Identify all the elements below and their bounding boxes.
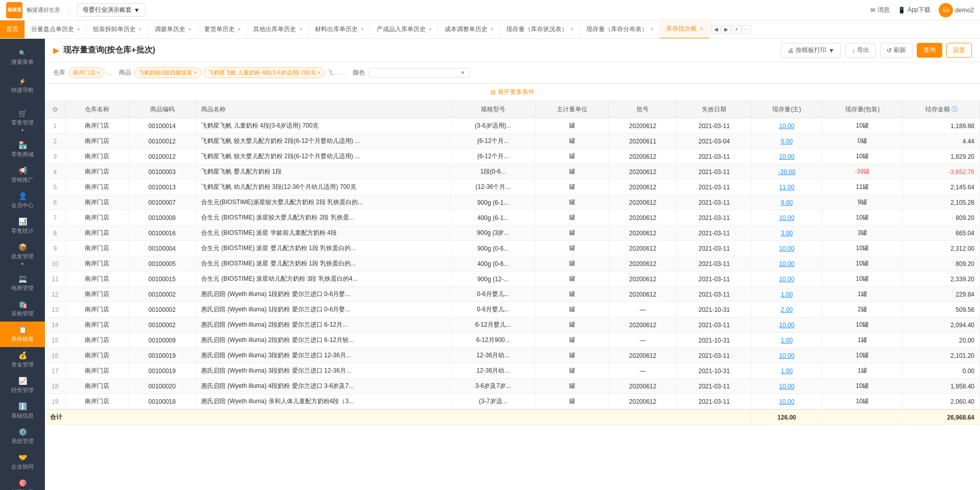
refresh-btn[interactable]: ↺ 刷新: [880, 43, 913, 58]
sidebar-item-finance[interactable]: 💰 资金管理: [0, 347, 45, 373]
cell-code: 00100008: [128, 210, 196, 226]
tab-7[interactable]: 产成品入库单历史 ×: [371, 20, 438, 39]
sidebar-item-retail-stats[interactable]: 📊 零售统计: [0, 213, 45, 239]
sidebar-item-operations[interactable]: 📈 经营管理: [0, 373, 45, 398]
nav-prev-arrow[interactable]: ◀: [712, 25, 721, 34]
close-icon[interactable]: ×: [361, 27, 364, 32]
cell-qty-main[interactable]: 2.00: [752, 302, 822, 317]
close-icon[interactable]: ×: [571, 27, 574, 32]
cell-qty-main[interactable]: 10.00: [752, 118, 822, 134]
tab-5[interactable]: 其他出库单历史 ×: [247, 20, 309, 39]
sidebar: 🔍 搜索菜单 ⚡ 快捷导航 🛒 零售管理 ▼ 🏪 零售商城 📢 营销推广 👤 会: [0, 39, 45, 490]
nav-close-arrow[interactable]: ×: [732, 25, 741, 34]
cell-qty-main[interactable]: 11.00: [752, 180, 822, 195]
sidebar-item-ecommerce[interactable]: 💻 电商管理: [0, 271, 45, 296]
cell-qty-main[interactable]: 10.00: [752, 394, 822, 410]
cell-qty-main[interactable]: 1.00: [752, 287, 822, 302]
cell-batch: 20200612: [609, 226, 677, 241]
message-btn[interactable]: ✉ 消息: [870, 6, 890, 14]
cell-qty-main[interactable]: 10.00: [752, 149, 822, 164]
th-settings[interactable]: ⚙: [45, 101, 65, 118]
cell-qty-main[interactable]: 10.00: [752, 317, 822, 333]
cell-qty-main[interactable]: 10.00: [752, 241, 822, 256]
close-icon[interactable]: ×: [491, 27, 494, 32]
info-icon[interactable]: ⓘ: [951, 106, 958, 113]
close-icon[interactable]: ×: [299, 27, 302, 32]
tab-4[interactable]: 要货单历史 ×: [198, 20, 248, 39]
cell-qty-main[interactable]: 10.00: [752, 348, 822, 363]
sidebar-item-wholesale[interactable]: 📦 批发管理 ▼: [0, 239, 45, 271]
nav-next-arrow[interactable]: ▶: [722, 25, 731, 34]
close-icon[interactable]: ×: [188, 27, 191, 32]
cell-qty-pkg: 10罐: [822, 118, 903, 134]
sidebar-item-members[interactable]: 👤 会员中心: [0, 188, 45, 213]
close-icon[interactable]: ×: [429, 27, 432, 32]
tab-2[interactable]: 组装拆卸单历史 ×: [87, 20, 149, 39]
nav-menu-arrow[interactable]: ⋯: [742, 25, 751, 34]
cell-amount: 2,060.40: [903, 394, 980, 410]
tab-6[interactable]: 材料出库单历史 ×: [309, 20, 371, 39]
cell-code: 00100012: [128, 134, 196, 149]
sidebar-item-marketing[interactable]: 📢 营销推广: [0, 162, 45, 188]
table-container[interactable]: ⚙ 仓库名称 商品编码 商品名称 规格型号 主计量单位 批号 失效日期 现存量(…: [45, 101, 980, 490]
tab-8[interactable]: 成本调整单历史 ×: [438, 20, 500, 39]
tab-home[interactable]: 首页: [0, 20, 25, 39]
cell-qty-main[interactable]: 9.00: [752, 195, 822, 210]
industry-selector[interactable]: 母婴行业演示账套 ▼: [77, 3, 145, 17]
sidebar-item-retail-mall[interactable]: 🏪 零售商城: [0, 137, 45, 162]
cell-expire: 2021-03-11: [677, 256, 752, 272]
sidebar-item-inventory[interactable]: 📋 库存核算: [0, 322, 45, 347]
sidebar-toggle-btn[interactable]: ▶: [53, 45, 59, 55]
close-icon[interactable]: ×: [651, 27, 654, 32]
user-btn[interactable]: Ea demo2: [939, 3, 974, 17]
product-tag-0[interactable]: 飞鹤奶粉3段四罐提装 ×: [134, 67, 202, 78]
cell-qty-pkg: 1罐: [822, 287, 903, 302]
sidebar-item-basic[interactable]: ℹ️ 基础信息: [0, 398, 45, 424]
quick-nav-btn[interactable]: ⚡ 快捷导航: [4, 75, 41, 97]
close-icon[interactable]: ×: [139, 27, 142, 32]
tab-1[interactable]: 分量盘点单历史 ×: [25, 20, 87, 39]
remove-product-tag-1-icon[interactable]: ×: [317, 70, 321, 76]
cell-qty-main[interactable]: 0.00: [752, 134, 822, 149]
product-more[interactable]: 飞...: [327, 68, 338, 77]
sidebar-item-purchase[interactable]: 🛍️ 采购管理: [0, 296, 45, 322]
query-btn[interactable]: 查询: [917, 43, 942, 58]
cell-qty-main[interactable]: 10.00: [752, 256, 822, 272]
settings-btn[interactable]: 设置: [946, 43, 972, 58]
cell-name: 合生元 (BIOSTIME) 派星 学龄前儿童配方奶粉 4段: [196, 226, 451, 241]
cell-code: 00100015: [128, 272, 196, 287]
tab-3[interactable]: 调拨单历史 ×: [149, 20, 198, 39]
table-row: 8 南岸门店 00100016 合生元 (BIOSTIME) 派星 学龄前儿童配…: [45, 226, 980, 241]
remove-warehouse-tag-icon[interactable]: ×: [97, 70, 100, 76]
product-ellipsis[interactable]: …: [340, 69, 347, 77]
close-icon[interactable]: ×: [77, 27, 80, 32]
expand-conditions-btn[interactable]: ⊞ 展开更多条件: [486, 86, 538, 99]
tab-11[interactable]: 库存批次账 ×: [660, 20, 709, 39]
product-tag-1[interactable]: 飞鹤星飞帆 儿童奶粉 4段(3-6岁适用) 700克 ×: [204, 67, 325, 78]
cell-qty-main[interactable]: 3.00: [752, 226, 822, 241]
cell-qty-main[interactable]: 1.00: [752, 363, 822, 379]
export-btn[interactable]: ↓ 导出: [845, 43, 876, 58]
tab-10[interactable]: 现存量（库存分布表） ×: [580, 20, 660, 39]
cell-qty-main[interactable]: 1.00: [752, 333, 822, 348]
warehouse-more[interactable]: …: [107, 69, 113, 77]
cell-qty-main[interactable]: 10.00: [752, 210, 822, 226]
close-icon[interactable]: ×: [700, 26, 703, 32]
app-download-btn[interactable]: 📱 App下载: [898, 6, 930, 14]
remove-product-tag-0-icon[interactable]: ×: [194, 70, 197, 76]
sidebar-item-retail-management[interactable]: 🛒 零售管理 ▼: [0, 105, 45, 137]
settings-icon[interactable]: ⚙: [52, 106, 58, 113]
search-menu-btn[interactable]: 🔍 搜索菜单: [4, 47, 41, 69]
tab-9[interactable]: 现存量（库存状况表） ×: [500, 20, 580, 39]
cell-qty-main[interactable]: -39.00: [752, 164, 822, 180]
print-btn[interactable]: 🖨 按模板打印 ▼: [781, 43, 841, 58]
close-icon[interactable]: ×: [238, 27, 241, 32]
page-header: ▶ 现存量查询(按仓库+批次) 🖨 按模板打印 ▼ ↓ 导出 ↺ 刷新: [45, 39, 980, 62]
sidebar-item-system[interactable]: ⚙️ 系统管理: [0, 424, 45, 449]
cell-qty-main[interactable]: 10.00: [752, 379, 822, 394]
sidebar-item-collab[interactable]: 🤝 企业协同: [0, 449, 45, 475]
cell-qty-main[interactable]: 10.00: [752, 272, 822, 287]
warehouse-tag-0[interactable]: 南岸门店 ×: [68, 67, 105, 78]
cell-name: 飞鹤星飞帆 较大婴儿配方奶粉 2段(6-12个月婴幼儿适用) ...: [196, 149, 451, 164]
sidebar-item-guide[interactable]: 🎯 新手引导: [0, 475, 45, 490]
